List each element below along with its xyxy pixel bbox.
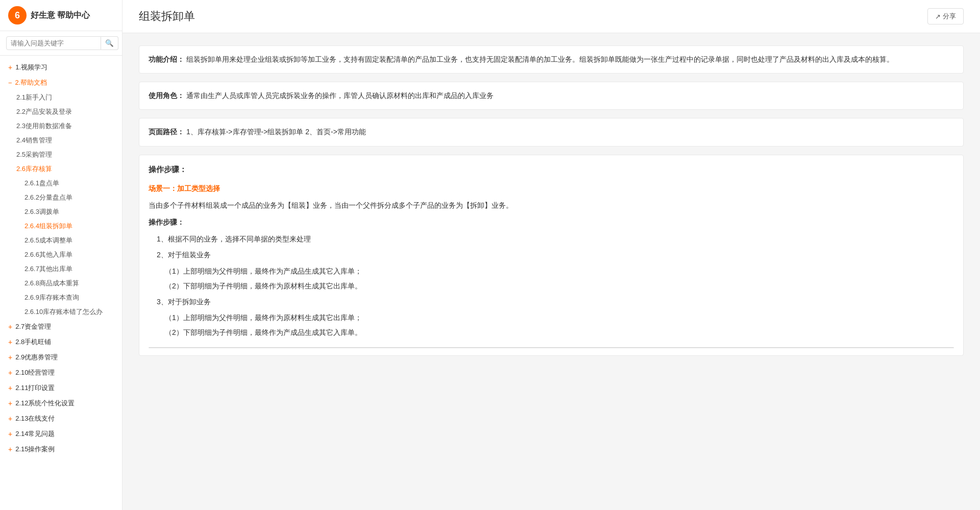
path-label: 页面路径：	[149, 128, 184, 136]
sidebar-item-label: 2.14常见问题	[15, 429, 55, 439]
step3-sub2: （2）下部明细为子件明细，最终作为产成品生成其它入库单。	[165, 326, 954, 339]
expand-icon: +	[8, 399, 12, 407]
expand-icon: +	[8, 338, 12, 346]
intro-text: 组装拆卸单用来处理企业组装或拆卸等加工业务，支持有固定装配清单的产品加工业务，也…	[186, 55, 894, 63]
sidebar-item-label: 2.12系统个性化设置	[15, 399, 75, 408]
role-block: 使用角色： 通常由生产人员或库管人员完成拆装业务的操作，库管人员确认原材料的出库…	[139, 82, 964, 110]
brand-name: 好生意 帮助中心	[31, 10, 90, 21]
search-button[interactable]: 🔍	[101, 36, 118, 50]
intro-block: 功能介绍： 组装拆卸单用来处理企业组装或拆卸等加工业务，支持有固定装配清单的产品…	[139, 45, 964, 74]
erp-screenshot: 6 TEST-H002 ▼ ⟳ 消息通知一下 🔔 App下载 ☎ 包括服务 帮助…	[149, 347, 954, 348]
sidebar-item-label: 2.11打印设置	[15, 383, 55, 393]
path-text: 1、库存核算->库存管理->组装拆卸单 2、首页->常用功能	[186, 128, 366, 136]
sidebar-item-data-prep[interactable]: 2.3使用前数据准备	[0, 119, 122, 133]
step1: 1、根据不同的业务，选择不同单据的类型来处理	[157, 233, 954, 246]
sidebar-item-docs[interactable]: − 2.帮助文档	[0, 75, 122, 90]
sidebar-nav: + 1.视频学习 − 2.帮助文档 2.1新手入门 2.2产品安装及登录 2.3…	[0, 56, 122, 510]
sidebar-item-label: 2.帮助文档	[15, 78, 47, 87]
path-block: 页面路径： 1、库存核算->库存管理->组装拆卸单 2、首页->常用功能	[139, 118, 964, 146]
search-bar: 🔍	[0, 31, 122, 56]
expand-icon: +	[8, 353, 12, 361]
step3-sub1: （1）上部明细为父件明细，最终作为原材料生成其它出库单；	[165, 311, 954, 324]
sidebar-item-label: 2.8手机旺铺	[15, 337, 51, 347]
sidebar-item-cost-adjust[interactable]: 2.6.5成本调整单	[0, 233, 122, 248]
logo-icon: 6	[8, 6, 27, 25]
sidebar-item-coupon[interactable]: + 2.9优惠券管理	[0, 350, 122, 365]
sidebar-item-newcomer[interactable]: 2.1新手入门	[0, 90, 122, 105]
page-title: 组装拆卸单	[139, 9, 195, 24]
sidebar-item-label: 2.10经营管理	[15, 368, 55, 377]
ops-block: 操作步骤： 场景一：加工类型选择 当由多个子件材料组装成一个成品的业务为【组装】…	[139, 155, 964, 356]
share-icon: ↗	[935, 13, 941, 20]
role-text: 通常由生产人员或库管人员完成拆装业务的操作，库管人员确认原材料的出库和产成品的入…	[186, 91, 494, 100]
share-button[interactable]: ↗ 分享	[927, 8, 964, 25]
sidebar-item-cases[interactable]: + 2.15操作案例	[0, 442, 122, 457]
sidebar-item-faq[interactable]: + 2.14常见问题	[0, 426, 122, 442]
sidebar-item-stocktake[interactable]: 2.6.1盘点单	[0, 176, 122, 190]
expand-icon: +	[8, 415, 12, 423]
sidebar-item-label: 2.15操作案例	[15, 445, 55, 454]
expand-icon: +	[8, 445, 12, 453]
step2-sub2: （2）下部明细为子件明细，最终作为原材料生成其它出库单。	[165, 280, 954, 293]
sidebar-item-purchase[interactable]: 2.5采购管理	[0, 148, 122, 162]
content-area: 功能介绍： 组装拆卸单用来处理企业组装或拆卸等加工业务，支持有固定装配清单的产品…	[122, 33, 980, 510]
search-input[interactable]	[6, 36, 101, 50]
sidebar-item-finance[interactable]: + 2.7资金管理	[0, 319, 122, 334]
sidebar-item-label: 2.9优惠券管理	[15, 353, 58, 362]
sidebar-item-label: 2.13在线支付	[15, 414, 55, 423]
sidebar-item-sales[interactable]: 2.4销售管理	[0, 133, 122, 148]
ops-steps-label: 操作步骤：	[149, 216, 954, 229]
expand-icon: +	[8, 430, 12, 438]
sidebar-item-install[interactable]: 2.2产品安装及登录	[0, 105, 122, 119]
sidebar-item-inventory[interactable]: 2.6库存核算	[0, 162, 122, 176]
sidebar-item-customize[interactable]: + 2.12系统个性化设置	[0, 396, 122, 411]
sidebar-item-transfer[interactable]: 2.6.3调拨单	[0, 205, 122, 219]
sidebar-header: 6 好生意 帮助中心	[0, 0, 122, 31]
scene1-title: 场景一：加工类型选择	[149, 182, 954, 195]
intro-label: 功能介绍：	[149, 55, 184, 63]
role-label: 使用角色：	[149, 91, 184, 100]
expand-icon: +	[8, 63, 12, 71]
sidebar-item-other-in[interactable]: 2.6.6其他入库单	[0, 248, 122, 262]
main-content: 组装拆卸单 ↗ 分享 功能介绍： 组装拆卸单用来处理企业组装或拆卸等加工业务，支…	[122, 0, 980, 510]
expand-icon: +	[8, 384, 12, 392]
expand-icon: +	[8, 323, 12, 331]
sidebar-item-payment[interactable]: + 2.13在线支付	[0, 411, 122, 426]
sidebar-item-ledger-error[interactable]: 2.6.10库存账本错了怎么办	[0, 305, 122, 319]
sidebar-item-partial-stocktake[interactable]: 2.6.2分量盘点单	[0, 190, 122, 205]
step3: 3、对于拆卸业务	[157, 296, 954, 308]
sidebar-item-inventory-ledger[interactable]: 2.6.9库存账本查询	[0, 290, 122, 305]
sidebar-item-cost-recalc[interactable]: 2.6.8商品成本重算	[0, 276, 122, 290]
collapse-icon: −	[8, 79, 12, 87]
sidebar-item-label: 2.7资金管理	[15, 322, 51, 331]
sidebar-item-label: 1.视频学习	[15, 63, 47, 72]
ops-title: 操作步骤：	[149, 162, 954, 176]
erp-topbar: 6 TEST-H002 ▼ ⟳ 消息通知一下 🔔 App下载 ☎ 包括服务 帮助…	[149, 348, 953, 348]
step2: 2、对于组装业务	[157, 249, 954, 261]
sidebar-item-assembly[interactable]: 2.6.4组装拆卸单	[0, 219, 122, 233]
sidebar: 6 好生意 帮助中心 🔍 + 1.视频学习 − 2.帮助文档 2.1新手入门 2…	[0, 0, 122, 510]
sidebar-item-other-out[interactable]: 2.6.7其他出库单	[0, 262, 122, 276]
sidebar-item-mobile[interactable]: + 2.8手机旺铺	[0, 334, 122, 350]
step2-sub1: （1）上部明细为父件明细，最终作为产成品生成其它入库单；	[165, 265, 954, 278]
expand-icon: +	[8, 369, 12, 377]
sidebar-item-print[interactable]: + 2.11打印设置	[0, 380, 122, 396]
scene1-desc: 当由多个子件材料组装成一个成品的业务为【组装】业务，当由一个父件拆分成多个子产品…	[149, 199, 954, 212]
sidebar-item-biz-mgmt[interactable]: + 2.10经营管理	[0, 365, 122, 380]
main-header: 组装拆卸单 ↗ 分享	[122, 0, 980, 33]
sidebar-item-video[interactable]: + 1.视频学习	[0, 60, 122, 75]
